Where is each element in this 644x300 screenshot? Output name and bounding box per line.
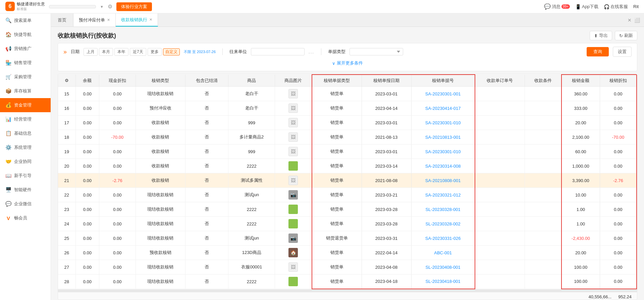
sidebar-item-label: 销售管理	[14, 60, 32, 66]
tab-end: ✕ ⬜	[158, 13, 644, 27]
goods-image-cell	[275, 274, 312, 289]
col-header-cancel-date: 核销单报日期	[362, 75, 411, 87]
goods-image-cell: 🖼	[275, 87, 312, 101]
table-row: 180.00-70.00收款核销否多计量商品2🖼销货单2021-08-13SA-…	[58, 130, 637, 144]
sidebar-item-label: 搜索菜单	[14, 17, 32, 24]
sidebar-item-label: 基础信息	[14, 130, 32, 136]
cancel-no-link[interactable]: SL-20230328-001	[426, 207, 461, 212]
trial-button[interactable]: 体验行业方案	[116, 2, 152, 11]
sidebar-item-finance[interactable]: 💰 资金管理	[0, 98, 51, 112]
close-window-icon[interactable]: ✕	[628, 17, 632, 23]
table-row: 210.00-2.76收款核销否测试多属性🖼销货单2021-08-08SA-20…	[58, 173, 637, 188]
collapse-filter-icon[interactable]: »	[63, 48, 67, 55]
goods-image-cell	[275, 202, 312, 217]
cancel-no-link[interactable]: SA-20230314-008	[425, 164, 461, 169]
sidebar-item-sales[interactable]: 🏪 销售管理	[0, 56, 51, 70]
marketing-icon: 📢	[5, 46, 11, 52]
cancel-no-link[interactable]: SA-20230301-010	[425, 149, 461, 154]
basic-icon: 📋	[5, 130, 11, 136]
top-right-actions: 💬 消息 99+ 📱 App下载 🎧 在线客服 Rit	[544, 3, 639, 10]
table-row: 170.000.00收款核销否999🖼销货单2023-03-01SA-20230…	[58, 116, 637, 130]
date-btn-more[interactable]: 更多	[148, 48, 162, 56]
cancel-no-link[interactable]: ABC-001	[434, 250, 452, 255]
page-header: 收款核销执行(按收款) ⬆ 导出 ↻ 刷新	[51, 27, 644, 43]
settings-gear-icon[interactable]: ⚙	[108, 3, 112, 10]
tab-home[interactable]: 首页	[51, 13, 73, 27]
expand-more-btn[interactable]: ∨ 展开更多条件	[314, 59, 381, 68]
export-button[interactable]: ⬆ 导出	[590, 31, 612, 40]
goods-image-cell	[275, 217, 312, 231]
row-id: 15	[58, 87, 75, 101]
col-header-gear[interactable]: ⚙	[58, 75, 75, 87]
tab-bar: 首页 预付冲应付单 ✕ 收款核销执行 ✕ ✕ ⬜	[51, 13, 644, 27]
voucher-type-select[interactable]	[350, 48, 403, 55]
date-btn-custom[interactable]: 自定义	[163, 48, 180, 55]
sidebar-item-shortcut[interactable]: 🏠 快捷导航	[0, 28, 51, 42]
table-row: 220.000.00现结收款核销否测试jun📷销货单2023-03-21SA-2…	[58, 188, 637, 202]
shortcut-icon: 🏠	[5, 32, 11, 38]
online-service-link[interactable]: 🎧 在线客服	[604, 4, 628, 10]
message-icon[interactable]: 💬 消息 99+	[544, 3, 570, 10]
top-bar: 6 畅捷通谱好生意 标准版 ▼ ⚙ 体验行业方案 💬 消息 99+ 📱 App下…	[0, 0, 644, 13]
sidebar-item-inventory[interactable]: 📦 库存核算	[0, 84, 51, 98]
main-content: 首页 预付冲应付单 ✕ 收款核销执行 ✕ ✕ ⬜ 收款核销执行(按收款) ⬆ 导…	[51, 13, 644, 300]
horizontal-scrollbar[interactable]	[58, 289, 637, 292]
hardware-icon: 🖥️	[5, 187, 11, 193]
cancel-no-link[interactable]: SA-20230301-001	[425, 91, 461, 96]
col-header-cancel-voucher-type: 核销单据类型	[312, 75, 362, 87]
maximize-window-icon[interactable]: ⬜	[634, 17, 640, 23]
date-btn-this-month[interactable]: 本月	[99, 48, 113, 56]
sidebar-item-enterprise[interactable]: 🤝 企业协同	[0, 155, 51, 169]
sidebar-item-basic[interactable]: 📋 基础信息	[0, 126, 51, 140]
sidebar-item-label: 企业微信	[14, 201, 32, 207]
query-button[interactable]: 查询	[587, 47, 609, 56]
goods-image-cell: 🖼	[275, 130, 312, 144]
sidebar-item-guide[interactable]: 📖 新手引导	[0, 169, 51, 183]
refresh-button[interactable]: ↻ 刷新	[615, 31, 637, 40]
sidebar-item-hardware[interactable]: 🖥️ 智能硬件	[0, 183, 51, 197]
tab-close-icon[interactable]: ✕	[149, 17, 152, 22]
sidebar-item-label: 系统管理	[14, 144, 32, 151]
date-btn-7days[interactable]: 近7天	[130, 48, 146, 56]
tab-prepay[interactable]: 预付冲应付单 ✕	[73, 13, 116, 27]
date-btn-this-year[interactable]: 本年	[114, 48, 128, 56]
cancel-no-link[interactable]: SA-20230321-012	[425, 192, 461, 198]
tab-receive[interactable]: 收款核销执行 ✕	[116, 13, 158, 27]
sidebar-item-label: 快捷导航	[14, 32, 32, 38]
sidebar-item-marketing[interactable]: 📢 营销推广	[0, 42, 51, 56]
sidebar-item-business[interactable]: 📊 经营管理	[0, 112, 51, 126]
sidebar-item-purchase[interactable]: 🛒 采购管理	[0, 70, 51, 84]
cancel-no-link[interactable]: SA-20230414-017	[425, 106, 461, 111]
col-header-cancel-discount: 核销折扣	[600, 75, 637, 87]
table-row: 280.000.00现结收款核销否2222销货单2023-04-18SL-202…	[58, 274, 637, 289]
col-header-include-settled: 包含已结清	[185, 75, 228, 87]
date-btn-last-month[interactable]: 上月	[84, 48, 98, 56]
settings-button[interactable]: 设置	[613, 47, 632, 57]
tab-close-icon[interactable]: ✕	[107, 18, 110, 22]
cancel-no-link[interactable]: SL-20230328-002	[426, 221, 461, 226]
finance-icon: 💰	[5, 102, 11, 108]
goods-image-cell: 🖼	[275, 116, 312, 130]
sidebar-item-system[interactable]: ⚙️ 系统管理	[0, 140, 51, 155]
cancel-no-link[interactable]: SL-20230408-001	[426, 265, 461, 270]
cancel-no-link[interactable]: SA-20210813-001	[425, 135, 461, 140]
cancel-no-link[interactable]: SA-20210808-001	[425, 178, 461, 183]
goods-image-cell: 🏠	[275, 246, 312, 260]
app-download-link[interactable]: 📱 App下载	[575, 4, 598, 10]
top-search-input[interactable]	[49, 5, 96, 8]
data-table: ⚙ 余额 现金折扣 核销类型 包含已结清 商品 商品图片 核销单据类型 核销单报…	[58, 74, 637, 289]
row-id: 18	[58, 130, 75, 144]
sidebar-item-search[interactable]: 🔍 搜索菜单	[0, 13, 51, 28]
business-icon: 📊	[5, 116, 11, 122]
inventory-icon: 📦	[5, 88, 11, 94]
goods-image-cell: 📷	[275, 231, 312, 246]
total-discount-label: 952.24	[618, 294, 632, 299]
cancel-no-link[interactable]: SA-20230301-010	[425, 120, 461, 125]
goods-image-cell	[275, 159, 312, 173]
cancel-no-link[interactable]: SL-20230418-001	[426, 279, 461, 284]
sidebar-item-wechat[interactable]: 💬 企业微信	[0, 197, 51, 211]
from-unit-input[interactable]	[251, 48, 305, 55]
cancel-no-link[interactable]: SA-20230331-026	[425, 236, 461, 241]
row-id: 17	[58, 116, 75, 130]
sidebar-item-member[interactable]: V 畅会员	[0, 211, 51, 225]
